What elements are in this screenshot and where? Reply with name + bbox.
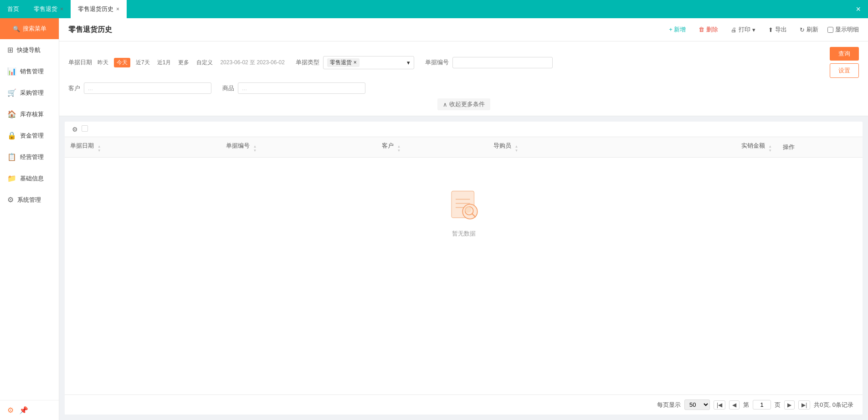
page-first-button[interactable]: |◀ — [714, 400, 725, 410]
customer-select[interactable]: ... — [84, 82, 211, 94]
sidebar-item-quick-nav-label: 快捷导航 — [17, 46, 41, 54]
sidebar-search[interactable]: 🔍 搜索菜单 — [0, 18, 59, 39]
filter-goods: 商品 ... — [222, 82, 365, 94]
refresh-button[interactable]: ↻ 刷新 — [796, 24, 822, 36]
query-setting-buttons: 查询 设置 — [830, 47, 859, 78]
sidebar-item-inventory[interactable]: 🏠 库存核算 — [0, 103, 59, 125]
pagination: 每页显示 50 10 20 100 |◀ ◀ 第 页 ▶ ▶| 共0页, 0条记… — [65, 394, 863, 415]
tab-home[interactable]: 首页 — [0, 0, 26, 18]
tab-retail-return-history[interactable]: 零售退货历史 × — [71, 0, 127, 18]
sidebar-item-quick-nav[interactable]: ⊞ 快捷导航 — [0, 39, 59, 61]
sidebar-item-sales-mgmt[interactable]: 📊 销售管理 — [0, 61, 59, 82]
date-btn-custom[interactable]: 自定义 — [195, 58, 215, 67]
export-label: 导出 — [775, 26, 787, 34]
customer-label: 客户 — [68, 84, 80, 92]
empty-image — [443, 185, 484, 226]
sales-mgmt-icon: 📊 — [7, 67, 16, 76]
sidebar-item-operations-mgmt[interactable]: 📋 经营管理 — [0, 146, 59, 168]
sidebar-pin-icon[interactable]: 📌 — [19, 406, 28, 415]
purchase-mgmt-icon: 🛒 — [7, 88, 16, 97]
empty-text: 暂无数据 — [452, 230, 476, 238]
content-area: 零售退货历史 + 新增 🗑 删除 🖨 打印 ▾ ⬆ 导出 ↻ 刷新 — [59, 18, 868, 420]
collapse-button[interactable]: ∧ 收起更多条件 — [437, 98, 490, 110]
filter-voucher-no: 单据编号 — [425, 57, 553, 68]
top-bar: 首页 零售退货 × 零售退货历史 × × — [0, 0, 868, 18]
query-button[interactable]: 查询 — [830, 47, 859, 61]
th-voucher-date[interactable]: 单据日期 ▲▼ — [65, 137, 221, 158]
main-layout: 🔍 搜索菜单 ⊞ 快捷导航 📊 销售管理 🛒 采购管理 🏠 库存核算 🔒 资金管… — [0, 18, 868, 420]
select-all-checkbox[interactable] — [82, 125, 88, 132]
page-last-button[interactable]: ▶| — [798, 400, 810, 410]
collapse-icon: ∧ — [443, 101, 447, 108]
sidebar-item-basic-info[interactable]: 📁 基础信息 — [0, 168, 59, 189]
sidebar-search-label: 搜索菜单 — [23, 25, 46, 33]
voucher-no-input[interactable] — [452, 57, 553, 68]
page-title: 零售退货历史 — [68, 25, 112, 40]
delete-button[interactable]: 🗑 删除 — [695, 24, 722, 36]
tab-retail-return-history-close[interactable]: × — [116, 6, 119, 12]
empty-svg — [443, 185, 484, 226]
voucher-type-select[interactable]: 零售退货 × ▾ — [323, 56, 414, 69]
table-settings-icon[interactable]: ⚙ — [72, 126, 78, 133]
print-button[interactable]: 🖨 打印 ▾ — [727, 24, 759, 36]
page-prev-button[interactable]: ◀ — [729, 400, 740, 410]
date-shortcuts: 昨天 今天 近7天 近1月 更多 自定义 — [96, 58, 215, 67]
sidebar-item-system-mgmt[interactable]: ⚙ 系统管理 — [0, 189, 59, 210]
sidebar-settings-icon[interactable]: ⚙ — [7, 406, 14, 415]
current-page-input[interactable] — [753, 400, 771, 410]
page-size-select[interactable]: 50 10 20 100 — [684, 400, 710, 410]
tab-retail-return-close[interactable]: × — [60, 6, 63, 12]
th-customer[interactable]: 客户 ▲▼ — [376, 137, 488, 158]
setting-button[interactable]: 设置 — [830, 63, 859, 78]
print-label: 打印 — [739, 26, 750, 34]
sort-voucher-date[interactable]: ▲▼ — [98, 145, 101, 153]
sidebar-item-system-mgmt-label: 系统管理 — [17, 196, 41, 204]
date-range-display: 2023-06-02 至 2023-06-02 — [220, 59, 284, 67]
date-btn-more[interactable]: 更多 — [176, 58, 191, 67]
table-scroll-area: 单据日期 ▲▼ 单据编号 ▲▼ 客户 ▲▼ — [65, 137, 863, 394]
current-page-prefix: 第 — [743, 401, 749, 409]
table-toolbar: ⚙ — [65, 122, 863, 137]
toolbar: + 新增 🗑 删除 🖨 打印 ▾ ⬆ 导出 ↻ 刷新 显示明细 — [665, 24, 859, 41]
goods-label: 商品 — [222, 84, 234, 92]
th-voucher-no-label: 单据编号 — [226, 142, 250, 149]
table-header-row: 单据日期 ▲▼ 单据编号 ▲▼ 客户 ▲▼ — [65, 137, 863, 158]
add-button[interactable]: + 新增 — [665, 24, 689, 36]
goods-select[interactable]: ... — [238, 82, 365, 94]
date-btn-yesterday[interactable]: 昨天 — [96, 58, 110, 67]
sort-voucher-no[interactable]: ▲▼ — [253, 145, 257, 153]
sort-guide[interactable]: ▲▼ — [514, 145, 518, 153]
page-unit: 页 — [775, 401, 781, 409]
search-icon: 🔍 — [13, 26, 20, 32]
date-btn-7days[interactable]: 近7天 — [134, 58, 152, 67]
total-info: 共0页, 0条记录 — [814, 401, 853, 409]
th-guide[interactable]: 导购员 ▲▼ — [488, 137, 621, 158]
export-button[interactable]: ⬆ 导出 — [765, 24, 791, 36]
sidebar: 🔍 搜索菜单 ⊞ 快捷导航 📊 销售管理 🛒 采购管理 🏠 库存核算 🔒 资金管… — [0, 18, 59, 420]
sidebar-item-purchase-mgmt[interactable]: 🛒 采购管理 — [0, 82, 59, 103]
date-btn-today[interactable]: 今天 — [114, 58, 130, 67]
date-btn-1month[interactable]: 近1月 — [155, 58, 173, 67]
tab-home-label: 首页 — [7, 5, 19, 13]
show-detail-checkbox[interactable] — [827, 27, 833, 33]
print-icon: 🖨 — [731, 26, 737, 33]
th-voucher-no[interactable]: 单据编号 ▲▼ — [221, 137, 376, 158]
page-next-button[interactable]: ▶ — [784, 400, 795, 410]
sidebar-item-finance-mgmt[interactable]: 🔒 资金管理 — [0, 125, 59, 146]
sidebar-item-inventory-label: 库存核算 — [20, 110, 44, 118]
voucher-type-tag-close[interactable]: × — [354, 59, 357, 66]
sidebar-item-operations-mgmt-label: 经营管理 — [20, 153, 44, 161]
show-detail-toggle[interactable]: 显示明细 — [827, 26, 859, 34]
sort-actual-amount[interactable]: ▲▼ — [768, 145, 772, 153]
page-size-label: 每页显示 — [657, 401, 681, 409]
finance-mgmt-icon: 🔒 — [7, 131, 16, 140]
sort-customer[interactable]: ▲▼ — [397, 145, 401, 153]
basic-info-icon: 📁 — [7, 174, 16, 183]
voucher-no-label: 单据编号 — [425, 58, 449, 67]
window-close-icon[interactable]: × — [848, 5, 868, 14]
th-actual-amount[interactable]: 实销金额 ▲▼ — [621, 137, 777, 158]
collapse-row: ∧ 收起更多条件 — [68, 98, 859, 110]
filter-customer: 客户 ... — [68, 82, 211, 94]
page-header: 零售退货历史 + 新增 🗑 删除 🖨 打印 ▾ ⬆ 导出 ↻ 刷新 — [59, 18, 868, 41]
tab-retail-return[interactable]: 零售退货 × — [26, 0, 71, 18]
